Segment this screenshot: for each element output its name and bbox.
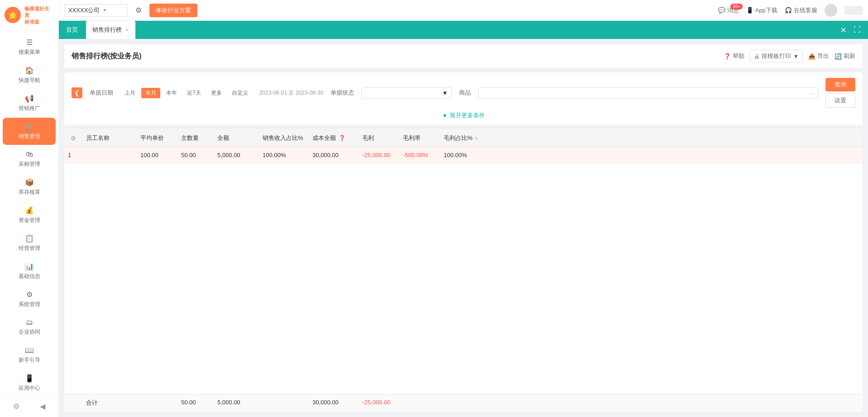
online-service-button[interactable]: 🎧 在线客服: [785, 6, 817, 14]
tab-close-icon[interactable]: ×: [125, 26, 129, 34]
tab-label: 销售排行榜: [92, 26, 122, 34]
date-btn-更多[interactable]: 更多: [207, 88, 226, 98]
sidebar-item-资金管理[interactable]: 💰资金管理: [3, 201, 56, 229]
table-footer: 合计 50.00 5,000.00 30,000.00 -25,000.00: [64, 394, 863, 412]
table-body: 1 100.00 50.00 5,000.00 100.00% 30,000.0…: [64, 147, 863, 394]
goods-more-icon: ···: [809, 90, 814, 96]
date-btn-自定义[interactable]: 自定义: [228, 88, 252, 98]
user-avatar[interactable]: [825, 4, 837, 17]
filter-action-buttons: 查询 设置: [825, 78, 855, 108]
logo-icon: 🌟: [5, 7, 21, 23]
th-settings[interactable]: ⚙: [64, 129, 82, 147]
footer-total: 5,000.00: [214, 394, 259, 412]
topbar: XXXXX公司 ▼ ⚙ 体验行业方案 💬 消息 99+ 📱 App下载 🎧 在线…: [59, 0, 868, 21]
th-cost: 成本全额 ❓: [309, 129, 359, 147]
td-margin: -500.00%: [399, 147, 440, 163]
help-icon: ❓: [724, 53, 731, 60]
th-profit-pct: 毛利占比% ⇅: [440, 129, 481, 147]
nav-label: 库存核算: [19, 188, 40, 196]
sidebar-item-新手引导[interactable]: 📖新手引导: [3, 341, 56, 369]
nav-label: 采购管理: [19, 160, 40, 168]
footer-margin: [399, 394, 440, 412]
th-total: 全额: [214, 129, 259, 147]
page-title: 销售排行榜(按业务员): [72, 52, 142, 61]
nav-label: 资金管理: [19, 216, 40, 224]
topbar-gear-button[interactable]: ⚙: [132, 4, 145, 17]
user-name-display: [844, 6, 863, 15]
date-btn-本年[interactable]: 本年: [162, 88, 181, 98]
cost-help-icon[interactable]: ❓: [339, 135, 345, 141]
nav-icon: 🏠: [25, 66, 34, 75]
sidebar-item-应用中心[interactable]: 📱应用中心: [3, 369, 56, 395]
sidebar-item-营销推广[interactable]: 📢营销推广: [3, 90, 56, 117]
nav-icon: 📊: [25, 262, 34, 271]
date-filter-label: 单据日期: [90, 89, 113, 97]
help-button[interactable]: ❓ 帮助: [724, 52, 744, 60]
footer-extra: [481, 394, 863, 412]
sidebar-item-基础信息[interactable]: 📊基础信息: [3, 258, 56, 285]
date-btn-本月[interactable]: 本月: [141, 88, 160, 98]
nav-label: 基础信息: [19, 273, 40, 280]
nav-label: 快捷导航: [19, 77, 40, 84]
content-area: 销售排行榜(按业务员) ❓ 帮助 🖨 按模板打印 ▼ 📤 导出 🔄 刷新: [59, 39, 868, 417]
app-download-label: App下载: [755, 6, 777, 14]
footer-settings: [64, 394, 82, 412]
company-selector[interactable]: XXXXX公司 ▼: [64, 4, 128, 17]
expand-down-icon: ▼: [442, 112, 448, 119]
print-icon: 🖨: [754, 53, 760, 60]
nav-label: 系统管理: [19, 301, 40, 308]
close-window-icon[interactable]: ✕: [839, 24, 848, 36]
sidebar-item-库存核算[interactable]: 📦库存核算: [3, 173, 56, 201]
refresh-label: 刷新: [844, 52, 855, 60]
nav-icon: 📱: [25, 374, 34, 383]
export-button[interactable]: 📤 导出: [808, 52, 829, 60]
date-btn-近7天[interactable]: 近7天: [183, 88, 205, 98]
date-range-display: 2023-06-01 至 2023-06-30: [259, 89, 323, 97]
sidebar-item-经营管理[interactable]: 📋经营管理: [3, 230, 56, 257]
sidebar-item-快捷导航[interactable]: 🏠快捷导航: [3, 62, 56, 89]
sidebar-item-采购管理[interactable]: 🛍采购管理: [3, 146, 56, 173]
nav-label: 经营管理: [19, 244, 40, 252]
status-dropdown-icon: ▼: [442, 90, 448, 96]
message-button[interactable]: 💬 消息 99+: [718, 6, 739, 14]
sort-icon: ⇅: [475, 136, 478, 141]
td-sales-pct: 100.00%: [259, 147, 309, 163]
sidebar-item-销售管理[interactable]: 🛒销售管理: [3, 118, 56, 145]
date-btn-上月[interactable]: 上月: [120, 88, 139, 98]
status-filter-select[interactable]: ▼: [361, 87, 452, 99]
message-icon: 💬: [718, 7, 725, 14]
app-download-button[interactable]: 📱 App下载: [746, 6, 777, 14]
nav-label: 新手引导: [19, 356, 40, 364]
tab-home[interactable]: 首页: [59, 21, 85, 39]
collapse-sidebar-icon[interactable]: ◀: [38, 400, 47, 412]
sidebar-item-搜索菜单[interactable]: ☰搜索菜单: [3, 34, 56, 61]
nav-icon: 📢: [25, 94, 34, 103]
footer-profit: -25,000.00: [359, 394, 399, 412]
maximize-window-icon[interactable]: ⛶: [852, 24, 863, 36]
footer-profit-pct: [440, 394, 481, 412]
export-icon: 📤: [808, 53, 815, 60]
filter-collapse-arrow[interactable]: ❮: [72, 87, 82, 98]
logo-text: 畅康通好生意 标准版: [24, 5, 54, 25]
refresh-button[interactable]: 🔄 刷新: [834, 52, 855, 60]
settings-button[interactable]: 设置: [825, 93, 855, 108]
footer-cost: 30,000.00: [309, 394, 359, 412]
td-cost: 30,000.00: [309, 147, 359, 163]
message-badge: 99+: [730, 4, 743, 10]
online-service-label: 在线客服: [794, 6, 817, 14]
nav-icon: 🗂: [26, 318, 33, 326]
trial-button[interactable]: 体验行业方案: [149, 4, 197, 17]
sidebar-item-系统管理[interactable]: ⚙系统管理: [3, 286, 56, 313]
date-quick-buttons: 上月本月本年近7天更多自定义: [120, 88, 252, 98]
td-name: [82, 147, 137, 163]
settings-bottom-icon[interactable]: ⚙: [11, 400, 21, 412]
print-button[interactable]: 🖨 按模板打印 ▼: [750, 50, 803, 62]
nav-icon: 🛍: [26, 150, 33, 158]
th-qty: 主数量: [177, 129, 214, 147]
expand-more-btn[interactable]: ▼ 展开更多条件: [72, 111, 855, 120]
query-button[interactable]: 查询: [825, 78, 855, 91]
sidebar-bottom: ⚙ ◀: [0, 395, 58, 417]
tab-sales-ranking[interactable]: 销售排行榜 ×: [86, 21, 135, 39]
goods-filter-select[interactable]: ···: [478, 87, 818, 99]
sidebar-item-企业协同[interactable]: 🗂企业协同: [3, 314, 56, 340]
